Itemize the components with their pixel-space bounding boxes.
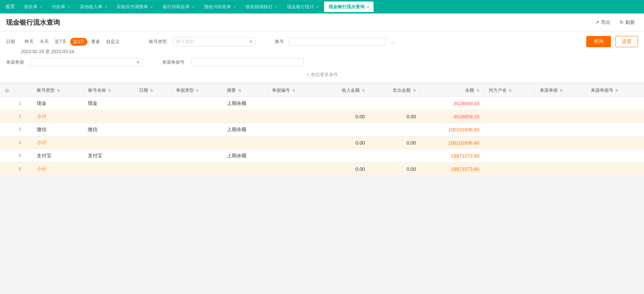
sort-icon[interactable]: ⇅ bbox=[560, 88, 563, 93]
settings-button[interactable]: 设置 bbox=[615, 36, 638, 47]
row-summary bbox=[222, 110, 267, 123]
row-account-type: 小计 bbox=[32, 163, 83, 176]
row-summary: 上期余额 bbox=[222, 149, 267, 163]
row-date bbox=[134, 123, 171, 136]
row-settings-cell bbox=[0, 136, 14, 149]
nav-tab-0[interactable]: 收款单 × bbox=[20, 1, 47, 12]
close-icon[interactable]: × bbox=[105, 4, 107, 9]
nav-tab-6[interactable]: 收款核销执行 × bbox=[241, 1, 282, 12]
sort-icon[interactable]: ⇅ bbox=[57, 88, 60, 93]
close-icon[interactable]: × bbox=[275, 4, 277, 9]
row-doc-no bbox=[267, 163, 318, 176]
row-account-name bbox=[83, 163, 134, 176]
row-balance: 100102606.60 bbox=[420, 136, 484, 149]
header-bar: 现金银行流水查询 ↗ 导出 ↻ 刷新 bbox=[0, 13, 644, 31]
account-dots-button[interactable]: ... bbox=[389, 37, 396, 46]
account-type-select[interactable]: 账号类型 ▾ bbox=[173, 37, 255, 46]
row-num: 1 bbox=[14, 97, 32, 110]
row-source-doc-no bbox=[586, 149, 644, 163]
date-range-display: 2023-02-24 至 2023-03-24 bbox=[20, 49, 638, 55]
row-doc-no bbox=[267, 136, 318, 149]
close-icon[interactable]: × bbox=[233, 4, 236, 9]
close-icon[interactable]: × bbox=[150, 4, 153, 9]
source-doc-no-label: 来源单据号 bbox=[162, 59, 188, 66]
row-doc-type bbox=[171, 110, 222, 123]
row-summary bbox=[222, 163, 267, 176]
nav-tab-1[interactable]: 付款单 × bbox=[47, 1, 74, 12]
row-income: 0.00 bbox=[318, 110, 369, 123]
row-account-type: 小计 bbox=[32, 110, 83, 123]
sort-icon[interactable]: ⇅ bbox=[362, 88, 365, 93]
refresh-icon: ↻ bbox=[620, 19, 624, 25]
close-icon[interactable]: × bbox=[192, 4, 194, 9]
export-button[interactable]: ↗ 导出 bbox=[592, 18, 614, 27]
col-doc-no: 单据编号 ⇅ bbox=[267, 84, 318, 97]
sort-icon[interactable]: ⇅ bbox=[509, 88, 512, 93]
row-source-doc bbox=[535, 163, 586, 176]
close-icon[interactable]: × bbox=[68, 4, 70, 9]
collapse-icon: ∧ bbox=[306, 72, 311, 77]
nav-tab-2[interactable]: 其他收入单 × bbox=[75, 1, 111, 12]
sort-icon[interactable]: ⇅ bbox=[292, 88, 295, 93]
col-counterpart: 对方户名 ⇅ bbox=[484, 84, 535, 97]
nav-tab-8[interactable]: 现金银行流水查询 × bbox=[324, 1, 374, 12]
filter-row-2: 来源单据 ▾ 来源单据号 bbox=[6, 58, 638, 66]
query-button[interactable]: 查询 bbox=[586, 36, 611, 47]
nav-tab-4[interactable]: 银行存取款单 × bbox=[158, 1, 199, 12]
source-doc-no-group: 来源单据号 bbox=[162, 58, 304, 66]
close-icon[interactable]: × bbox=[40, 4, 42, 9]
account-input[interactable] bbox=[288, 37, 386, 46]
col-num bbox=[14, 84, 32, 97]
row-account-type: 现金 bbox=[32, 97, 83, 110]
row-source-doc bbox=[535, 97, 586, 110]
row-num: 2 bbox=[14, 110, 32, 123]
table-row: 3 微信 微信 上期余额 100102606.60 bbox=[0, 123, 644, 136]
nav-tab-5[interactable]: 预收冲应收单 × bbox=[200, 1, 240, 12]
row-summary: 上期余额 bbox=[222, 123, 267, 136]
close-icon[interactable]: × bbox=[316, 4, 318, 9]
source-doc-select[interactable]: ▾ bbox=[30, 58, 143, 66]
row-expense: 0.00 bbox=[369, 110, 420, 123]
gear-icon[interactable]: ⚙ bbox=[5, 88, 9, 94]
table-row: 5 支付宝 支付宝 上期余额 19871073.60 bbox=[0, 149, 644, 163]
row-doc-type bbox=[171, 97, 222, 110]
refresh-button[interactable]: ↻ 刷新 bbox=[617, 18, 638, 27]
row-expense: 0.00 bbox=[369, 136, 420, 149]
row-doc-type bbox=[171, 123, 222, 136]
row-source-doc-no bbox=[586, 136, 644, 149]
sort-icon[interactable]: ⇅ bbox=[476, 88, 479, 93]
date-filter-group: 日期 昨天 今天 近7天 近1月 更多 自定义 bbox=[6, 38, 122, 46]
date-btn-custom[interactable]: 自定义 bbox=[104, 38, 122, 46]
date-btn-1month[interactable]: 近1月 bbox=[70, 38, 88, 46]
row-doc-no bbox=[267, 149, 318, 163]
col-source-doc: 来源单据 ⇅ bbox=[535, 84, 586, 97]
collapse-bar[interactable]: ∧ 收起更多条件 bbox=[6, 70, 638, 79]
row-expense bbox=[369, 123, 420, 136]
sort-icon[interactable]: ⇅ bbox=[108, 88, 111, 93]
date-btn-today[interactable]: 今天 bbox=[38, 38, 51, 46]
row-date bbox=[134, 149, 171, 163]
source-doc-label: 来源单据 bbox=[6, 59, 27, 66]
date-btn-more[interactable]: 更多 bbox=[89, 38, 102, 46]
header-actions: ↗ 导出 ↻ 刷新 bbox=[592, 18, 638, 27]
row-balance: 100102606.60 bbox=[420, 123, 484, 136]
row-source-doc-no bbox=[586, 110, 644, 123]
source-doc-no-input[interactable] bbox=[191, 58, 304, 66]
date-btn-7days[interactable]: 近7天 bbox=[53, 38, 69, 46]
row-settings-cell bbox=[0, 123, 14, 136]
sort-icon[interactable]: ⇅ bbox=[615, 88, 618, 93]
sort-icon[interactable]: ⇅ bbox=[413, 88, 416, 93]
row-source-doc bbox=[535, 149, 586, 163]
row-income bbox=[318, 123, 369, 136]
close-icon[interactable]: × bbox=[367, 4, 369, 9]
row-doc-no bbox=[267, 110, 318, 123]
sort-icon[interactable]: ⇅ bbox=[238, 88, 241, 93]
sort-icon[interactable]: ⇅ bbox=[150, 88, 153, 93]
nav-tab-7[interactable]: 现金银行统计 × bbox=[282, 1, 323, 12]
nav-home[interactable]: 首页 bbox=[2, 3, 19, 10]
row-counterpart bbox=[484, 123, 535, 136]
sort-icon[interactable]: ⇅ bbox=[196, 88, 199, 93]
date-btn-yesterday[interactable]: 昨天 bbox=[23, 38, 36, 46]
data-table: ⚙ 账号类型 ⇅ 账号名称 ⇅ 日期 ⇅ 单据类型 ⇅ bbox=[0, 84, 644, 176]
nav-tab-3[interactable]: 应收应付调整单 × bbox=[112, 1, 157, 12]
